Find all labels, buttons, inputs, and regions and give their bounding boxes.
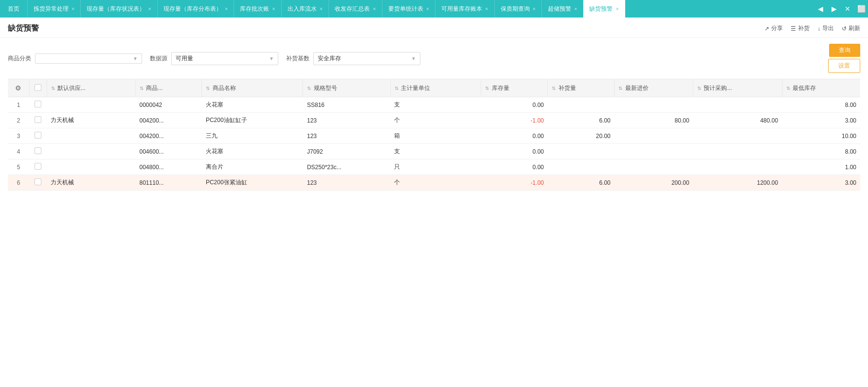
tab-close-overstock[interactable]: × [574, 6, 577, 12]
replenish-label: 补货 [798, 24, 810, 33]
refresh-button[interactable]: ↺ 刷新 [842, 24, 860, 33]
share-button[interactable]: ↗ 分享 [764, 24, 783, 33]
export-button[interactable]: ↓ 导出 [817, 24, 834, 33]
row-checkbox[interactable] [35, 147, 41, 154]
replenish-button[interactable]: ☰ 补货 [791, 24, 810, 33]
row-checkbox-cell[interactable] [29, 175, 47, 191]
tab-prev-button[interactable]: ◀ [814, 0, 827, 18]
col-header-stock[interactable]: ⇅ 库存量 [481, 79, 548, 97]
row-checkbox[interactable] [35, 116, 41, 123]
row-replenish [548, 159, 615, 175]
row-latest-price [615, 128, 693, 144]
row-checkbox-cell[interactable] [29, 128, 47, 144]
query-button[interactable]: 查询 [829, 44, 860, 57]
row-estimated-purchase [693, 97, 782, 113]
row-num: 3 [8, 128, 29, 144]
tab-label: 要货单统计表 [388, 5, 423, 13]
table-row: 1 0000042 火花塞 SS816 支 0.00 8.00 [8, 97, 860, 113]
settings-button[interactable]: 设置 [828, 59, 860, 73]
tab-order-stats[interactable]: 要货单统计表 × [382, 0, 435, 18]
tab-inventory-status[interactable]: 现存量（库存状况表） × [81, 0, 157, 18]
row-checkbox[interactable] [35, 178, 41, 185]
tab-close-order[interactable]: × [426, 6, 429, 12]
tab-navigation: ◀ ▶ ✕ ⬜ [814, 0, 868, 18]
tab-home[interactable]: 首页 [0, 0, 28, 18]
col-header-latest-price[interactable]: ⇅ 最新进价 [615, 79, 693, 97]
tab-overstock[interactable]: 超储预警 × [542, 0, 583, 18]
col-header-supplier[interactable]: ⇅ 默认供应... [47, 79, 136, 97]
sort-icon: ⇅ [206, 86, 210, 91]
col-header-settings[interactable]: ⚙ [8, 79, 29, 97]
sort-icon: ⇅ [618, 86, 622, 91]
tab-close-batch[interactable]: × [272, 6, 275, 12]
col-header-check[interactable] [29, 79, 47, 97]
tab-maximize-button[interactable]: ⬜ [854, 0, 868, 18]
row-min-stock: 3.00 [782, 175, 860, 191]
tab-receive-summary[interactable]: 收发存汇总表 × [329, 0, 382, 18]
tab-close-inv-status[interactable]: × [148, 6, 151, 12]
tab-close-receive[interactable]: × [373, 6, 376, 12]
tab-label: 库存批次账 [240, 5, 269, 13]
tab-available-ledger[interactable]: 可用量库存账本 × [435, 0, 494, 18]
tab-close-ledger[interactable]: × [485, 6, 488, 12]
tab-label: 现存量（库存分布表） [163, 5, 222, 13]
row-checkbox-cell[interactable] [29, 113, 47, 128]
tab-label: 超储预警 [548, 5, 571, 13]
category-select[interactable]: ▼ [35, 53, 142, 64]
share-label: 分享 [771, 24, 783, 33]
datasource-select[interactable]: 可用量 ▼ [171, 52, 278, 65]
tab-batch-account[interactable]: 库存批次账 × [234, 0, 281, 18]
tab-close-all-button[interactable]: ✕ [841, 0, 854, 18]
sort-icon: ⇅ [697, 86, 701, 91]
select-all-checkbox[interactable] [35, 84, 41, 91]
col-label-min-stock: 最低库存 [793, 85, 816, 91]
row-unit: 支 [390, 144, 481, 159]
row-stock: -1.00 [481, 113, 548, 128]
row-unit: 只 [390, 159, 481, 175]
col-header-unit[interactable]: ⇅ 主计量单位 [390, 79, 481, 97]
col-header-estimated-purchase[interactable]: ⇅ 预计采购... [693, 79, 782, 97]
col-label-product-name: 商品名称 [213, 85, 236, 91]
col-header-min-stock[interactable]: ⇅ 最低库存 [782, 79, 860, 97]
col-label-product-code: 商品... [146, 85, 163, 91]
col-label-spec: 规格型号 [314, 85, 337, 91]
tab-next-button[interactable]: ▶ [827, 0, 841, 18]
row-supplier [47, 159, 136, 175]
col-header-product-code[interactable]: ⇅ 商品... [136, 79, 202, 97]
row-checkbox[interactable] [35, 101, 41, 107]
tab-close-exception[interactable]: × [72, 6, 74, 12]
tab-shortage[interactable]: 缺货预警 × [583, 0, 625, 18]
tab-label: 现存量（库存状况表） [87, 5, 145, 13]
row-checkbox[interactable] [35, 132, 41, 139]
table-settings-gear-icon[interactable]: ⚙ [14, 83, 23, 93]
tab-close-shortage[interactable]: × [615, 6, 618, 12]
row-product-name: 离合片 [202, 159, 303, 175]
tab-label: 收发存汇总表 [335, 5, 370, 13]
col-label-replenish: 补货量 [559, 85, 576, 91]
col-header-product-name[interactable]: ⇅ 商品名称 [202, 79, 303, 97]
row-stock: 0.00 [481, 144, 548, 159]
col-header-replenish[interactable]: ⇅ 补货量 [548, 79, 615, 97]
table-row: 5 004800... 离合片 DS250*23c... 只 0.00 1.00 [8, 159, 860, 175]
tab-close-inv-dist[interactable]: × [225, 6, 228, 12]
row-latest-price: 200.00 [615, 175, 693, 191]
tab-inout-flow[interactable]: 出入库流水 × [282, 0, 329, 18]
replenish-base-select[interactable]: 安全库存 ▼ [313, 52, 420, 65]
tab-close-expiry[interactable]: × [533, 6, 536, 12]
row-checkbox-cell[interactable] [29, 97, 47, 113]
row-checkbox-cell[interactable] [29, 159, 47, 175]
tab-close-inout[interactable]: × [320, 6, 323, 12]
table-header-row: ⚙ ⇅ 默认供应... ⇅ 商品... ⇅ 商品名称 [8, 79, 860, 97]
refresh-label: 刷新 [849, 24, 860, 33]
col-header-spec[interactable]: ⇅ 规格型号 [303, 79, 390, 97]
tab-expiry-query[interactable]: 保质期查询 × [495, 0, 542, 18]
table-row: 2 力天机械 004200... PC200油缸缸子 123 个 -1.00 6… [8, 113, 860, 128]
tab-bar: 首页 拣货异常处理 × 现存量（库存状况表） × 现存量（库存分布表） × 库存… [0, 0, 868, 18]
sort-icon: ⇅ [552, 86, 556, 91]
tab-inventory-dist[interactable]: 现存量（库存分布表） × [158, 0, 234, 18]
tab-exception[interactable]: 拣货异常处理 × [28, 0, 81, 18]
row-checkbox[interactable] [35, 163, 41, 170]
row-checkbox-cell[interactable] [29, 144, 47, 159]
replenish-base-label: 补货基数 [286, 54, 309, 63]
category-filter-group: 商品分类 ▼ [8, 53, 142, 64]
